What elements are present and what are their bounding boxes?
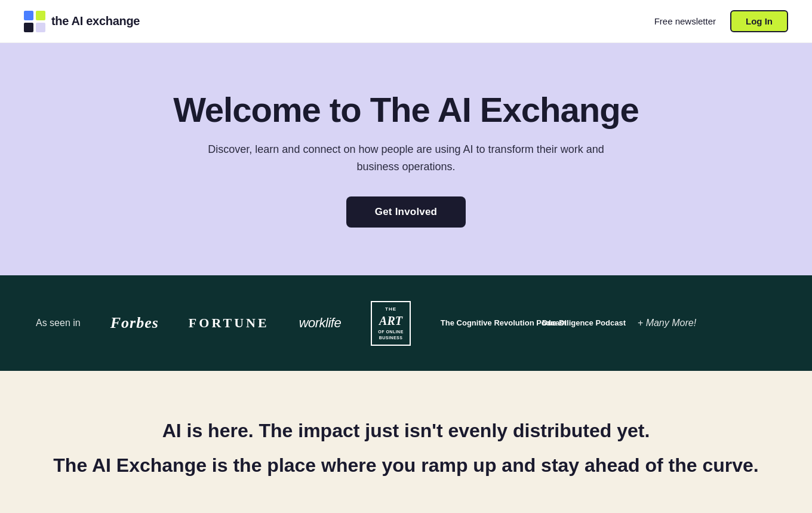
bottom-section: AI is here. The impact just isn't evenly… [0, 371, 812, 513]
svg-rect-0 [24, 11, 33, 20]
svg-rect-1 [36, 11, 45, 20]
as-seen-in-section: As seen in Forbes FORTUNE worklife THE A… [0, 275, 812, 371]
header-right: Free newsletter Log In [654, 10, 788, 32]
brand-fortune: FORTUNE [189, 315, 269, 331]
login-button[interactable]: Log In [730, 10, 788, 32]
brand-worklife: worklife [299, 315, 342, 331]
svg-rect-2 [24, 23, 33, 32]
brand-art-online-business: THE Art OF ONLINE BUSINESS [371, 301, 411, 346]
newsletter-link[interactable]: Free newsletter [654, 16, 716, 26]
logo-area[interactable]: the AI exchange [24, 11, 140, 32]
hero-subtitle: Discover, learn and connect on how peopl… [197, 141, 615, 176]
header: the AI exchange Free newsletter Log In [0, 0, 812, 43]
as-seen-in-label: As seen in [36, 318, 81, 328]
bottom-line1: AI is here. The impact just isn't evenly… [162, 419, 650, 444]
logo-text: the AI exchange [51, 14, 140, 28]
logo-icon [24, 11, 45, 32]
hero-title: Welcome to The AI Exchange [173, 91, 639, 129]
brand-logos: Forbes FORTUNE worklife THE Art OF ONLIN… [110, 301, 696, 346]
brand-cognitive-revolution: The Cognitive Revolution Podcast [441, 318, 512, 328]
brand-due-diligence: Due Diligence Podcast [542, 318, 608, 328]
brand-forbes: Forbes [110, 314, 159, 332]
hero-section: Welcome to The AI Exchange Discover, lea… [0, 43, 812, 275]
svg-rect-3 [36, 23, 45, 32]
brand-many-more: + Many More! [638, 318, 696, 328]
bottom-line2: The AI Exchange is the place where you r… [53, 453, 758, 478]
get-involved-button[interactable]: Get Involved [346, 196, 466, 228]
